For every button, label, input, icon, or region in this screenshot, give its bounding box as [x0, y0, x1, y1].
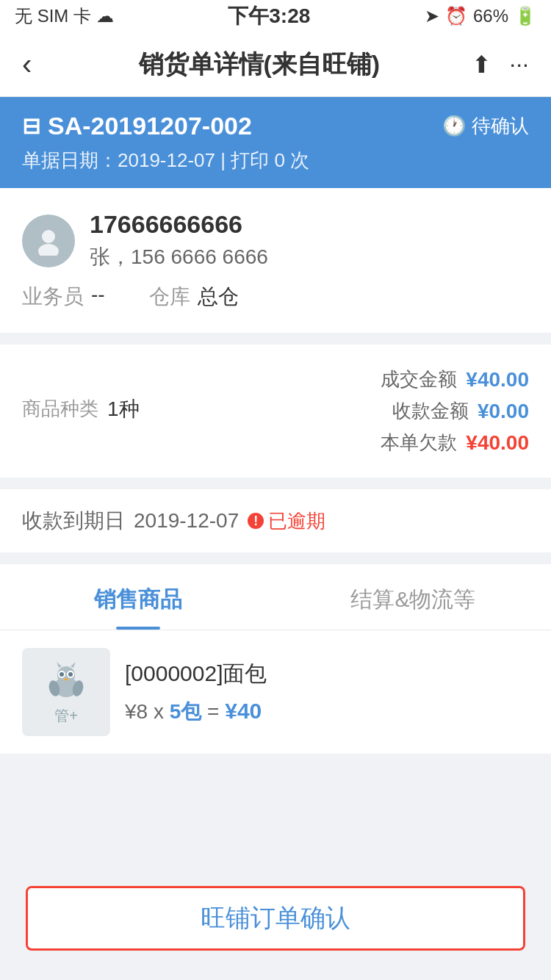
battery-level: 66%	[473, 6, 508, 26]
customer-section: 17666666666 张，156 6666 6666 业务员 -- 仓库 总仓	[0, 188, 551, 333]
status-text: 待确认	[472, 113, 529, 139]
bottom-button-container: 旺铺订单确认	[26, 886, 525, 951]
amount-row: 成交金额 ¥40.00	[381, 367, 529, 392]
received-label: 收款金额	[392, 398, 469, 424]
location-icon: ➤	[425, 6, 439, 26]
sales-item: 业务员 --	[22, 283, 105, 311]
product-unit-price: ¥8	[125, 700, 148, 723]
owed-label: 本单欠款	[381, 430, 457, 455]
status-bar: 无 SIM 卡 ☁ 下午3:28 ➤ ⏰ 66% 🔋	[0, 0, 551, 32]
owed-value: ¥40.00	[466, 431, 529, 455]
svg-point-7	[68, 672, 73, 677]
price-separator: x	[154, 700, 170, 723]
svg-point-0	[42, 230, 55, 243]
product-logo-text: 管+	[54, 706, 78, 726]
share-icon[interactable]: ⬆	[472, 51, 491, 79]
equals-sign: =	[207, 700, 225, 723]
product-quantity: 5包	[170, 700, 202, 723]
tab-sales-products-label: 销售商品	[94, 587, 182, 611]
sim-status: 无 SIM 卡 ☁	[15, 4, 114, 28]
tab-settlement[interactable]: 结算&物流等	[276, 564, 551, 630]
product-info: [0000002]面包 ¥8 x 5包 = ¥40	[125, 659, 529, 726]
customer-details: 17666666666 张，156 6666 6666	[90, 210, 268, 271]
status-clock-icon: 🕐	[442, 115, 466, 137]
status-right: ➤ ⏰ 66% 🔋	[425, 6, 536, 26]
received-row: 收款金额 ¥0.00	[392, 398, 529, 424]
product-total: ¥40	[225, 699, 262, 723]
order-meta: 单据日期：2019-12-07 | 打印 0 次	[22, 148, 529, 173]
amount-label: 成交金额	[381, 367, 457, 392]
received-value: ¥0.00	[478, 400, 529, 423]
customer-top: 17666666666 张，156 6666 6666	[22, 210, 529, 271]
tab-sales-products[interactable]: 销售商品	[0, 564, 276, 630]
owed-row: 本单欠款 ¥40.00	[381, 430, 529, 455]
status-left: 无 SIM 卡 ☁	[15, 4, 114, 28]
overdue-badge: ! 已逾期	[248, 508, 325, 534]
alarm-icon: ⏰	[445, 6, 467, 26]
warehouse-label: 仓库	[149, 283, 190, 311]
warehouse-item: 仓库 总仓	[149, 283, 239, 311]
customer-name: 张，156 6666 6666	[90, 243, 268, 271]
confirm-order-label: 旺铺订单确认	[201, 901, 350, 935]
confirm-order-button[interactable]: 旺铺订单确认	[26, 886, 525, 951]
product-item: 管+ [0000002]面包 ¥8 x 5包 = ¥40	[0, 630, 551, 754]
battery-icon: 🔋	[514, 6, 536, 26]
tab-settlement-label: 结算&物流等	[350, 587, 475, 611]
due-date-value: 2019-12-07	[134, 509, 239, 533]
due-section: 收款到期日 2019-12-07 ! 已逾期	[0, 489, 551, 552]
svg-point-1	[38, 244, 59, 256]
tabs-section: 销售商品 结算&物流等	[0, 564, 551, 630]
summary-left: 商品种类 1种	[22, 367, 381, 455]
product-list: 管+ [0000002]面包 ¥8 x 5包 = ¥40	[0, 630, 551, 754]
customer-meta: 业务员 -- 仓库 总仓	[22, 283, 529, 311]
product-types-value: 1种	[107, 395, 140, 423]
summary-section: 商品种类 1种 成交金额 ¥40.00 收款金额 ¥0.00 本单欠款 ¥40.…	[0, 345, 551, 478]
order-header: ⊟ SA-20191207-002 🕐 待确认 单据日期：2019-12-07 …	[0, 97, 551, 188]
product-name: [0000002]面包	[125, 659, 529, 689]
product-image: 管+	[22, 648, 110, 736]
amount-value: ¥40.00	[466, 368, 529, 392]
due-date-label: 收款到期日	[22, 507, 125, 535]
avatar	[22, 215, 75, 267]
product-types-item: 商品种类 1种	[22, 395, 381, 423]
overdue-text: 已逾期	[268, 508, 325, 534]
product-price: ¥8 x 5包 = ¥40	[125, 698, 529, 726]
customer-phone: 17666666666	[90, 210, 268, 239]
sales-label: 业务员	[22, 283, 84, 311]
overdue-icon: !	[248, 513, 264, 529]
warehouse-value: 总仓	[198, 283, 239, 311]
svg-marker-9	[71, 662, 76, 668]
order-id-text: SA-20191207-002	[48, 112, 252, 140]
nav-actions: ⬆ ···	[472, 51, 529, 79]
more-icon[interactable]: ···	[509, 51, 529, 78]
back-button[interactable]: ‹	[22, 48, 32, 81]
tabs-bar: 销售商品 结算&物流等	[0, 564, 551, 630]
status-time: 下午3:28	[228, 2, 310, 30]
order-id: ⊟ SA-20191207-002	[22, 112, 252, 140]
order-header-top: ⊟ SA-20191207-002 🕐 待确认	[22, 112, 529, 140]
svg-marker-8	[57, 662, 62, 668]
order-status: 🕐 待确认	[442, 113, 529, 139]
sales-value: --	[91, 283, 105, 311]
svg-point-6	[60, 672, 64, 677]
product-types-label: 商品种类	[22, 396, 98, 422]
order-id-icon: ⊟	[22, 113, 40, 139]
nav-bar: ‹ 销货单详情(来自旺铺) ⬆ ···	[0, 32, 551, 97]
page-title: 销货单详情(来自旺铺)	[46, 48, 472, 82]
summary-right: 成交金额 ¥40.00 收款金额 ¥0.00 本单欠款 ¥40.00	[381, 367, 529, 455]
